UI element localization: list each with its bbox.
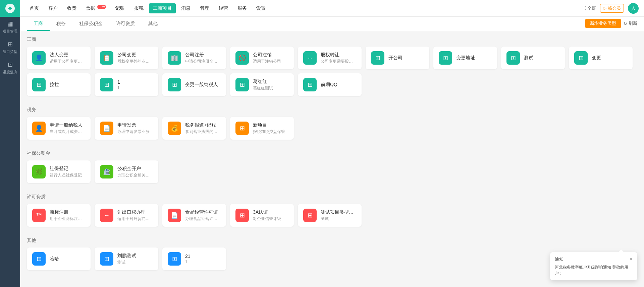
sidebar-logo[interactable]	[0, 0, 20, 17]
card-icon-open-company: ⊞	[371, 51, 384, 65]
nav-service[interactable]: 服务	[233, 3, 251, 13]
card-haha[interactable]: ⊞ 哈哈	[27, 247, 91, 270]
card-company-register[interactable]: 🏢 公司注册 申请公司注册全流程	[162, 47, 226, 69]
card-twenty-one[interactable]: ⊞ 21 1	[162, 247, 226, 270]
card-icon-apply-invoice: 📄	[100, 122, 113, 135]
sidebar-item-label: 项目管理	[3, 29, 17, 34]
card-title-change-address: 变更地址	[456, 55, 492, 61]
card-desc-company-change: 股权变更外的业务变更	[117, 59, 153, 64]
nav-ticket[interactable]: 票据 new	[82, 3, 110, 13]
fullscreen-icon: ⛶	[582, 6, 586, 11]
nav-operation[interactable]: 经营	[215, 3, 232, 13]
card-icon-front-qq: ⊞	[303, 78, 317, 91]
card-front-qq[interactable]: ⊞ 前期QQ	[298, 73, 362, 96]
card-ge-hong[interactable]: ⊞ 葛红红 葛红红测试	[230, 73, 294, 96]
card-icon-change: ⊞	[574, 51, 588, 65]
card-food-license[interactable]: 📄 食品经营许可证 办理食品经营许可证	[162, 204, 226, 227]
card-import-export[interactable]: ↔ 进出口权办理 适用于对外贸易经营者	[95, 204, 158, 227]
social-section-title: 社保公积金	[27, 150, 637, 156]
card-title-company-register: 公司注册	[185, 52, 221, 58]
nav-manage[interactable]: 管理	[196, 3, 213, 13]
card-tax-report[interactable]: 💰 税务报道+记账 拿到营业执照的新公司	[162, 117, 226, 140]
card-lala[interactable]: ⊞ 拉拉	[27, 73, 91, 96]
card-info-social-register: 社保登记 进行人员社保登记	[50, 166, 85, 178]
card-test-type[interactable]: ⊞ 测试项目类型目定义 测试	[298, 204, 362, 227]
card-apply-general[interactable]: 👤 申请一般纳税人 当月或次月成变更完成	[27, 117, 91, 140]
card-trademark[interactable]: ™ 商标注册 用于企业商标注册服务	[27, 204, 91, 227]
play-icon: ▷	[603, 6, 606, 11]
top-nav-right: ⛶ 全屏 ▷ 畅会员 人	[582, 3, 639, 14]
card-3a-cert[interactable]: ⊞ 3A认证 对企业信誉评级	[230, 204, 294, 227]
card-info-new-project: 新项目 报税加税控盘保管	[253, 122, 288, 135]
card-desc-food-license: 办理食品经营许可证	[185, 216, 221, 222]
card-icon-test: ⊞	[506, 51, 520, 65]
nav-industry[interactable]: 工商项目	[149, 3, 176, 13]
nav-customer[interactable]: 客户	[44, 3, 62, 13]
card-title-tax-report: 税务报道+记账	[185, 122, 221, 128]
card-desc-fund-account: 办理公积金相关业务	[117, 172, 153, 178]
tab-license[interactable]: 许可资质	[109, 17, 142, 31]
nav-settings[interactable]: 设置	[252, 3, 270, 13]
card-change[interactable]: ⊞ 变更	[569, 47, 633, 69]
card-desc-ge-hong: 葛红红测试	[253, 85, 288, 91]
card-change-address[interactable]: ⊞ 变更地址	[433, 47, 497, 69]
card-desc-liu-peng-test: 测试	[117, 260, 153, 265]
tax-cards-grid: 👤 申请一般纳税人 当月或次月成变更完成 📄 申请发票 办理申请发票业务 💰 税…	[27, 117, 637, 140]
card-open-company[interactable]: ⊞ 开公司	[366, 47, 429, 69]
sidebar-item-label: 项目类型	[3, 49, 17, 54]
card-change-tax[interactable]: ⊞ 变更一般纳税人	[162, 73, 226, 96]
nav-accounting[interactable]: 记账	[111, 3, 129, 13]
card-liu-peng-test[interactable]: ⊞ 刘鹏测试 测试	[95, 247, 158, 270]
card-social-register[interactable]: 🌿 社保登记 进行人员社保登记	[27, 160, 91, 183]
card-legal-change[interactable]: 👤 法人变更 适用于公司变更法人	[27, 47, 91, 69]
tab-social[interactable]: 社保公积金	[72, 17, 109, 31]
tab-other[interactable]: 其他	[142, 17, 164, 31]
notification-title: 通知	[555, 256, 564, 262]
card-test[interactable]: ⊞ 测试	[501, 47, 565, 69]
member-button[interactable]: ▷ 畅会员	[600, 4, 624, 13]
notification-popup: 通知 × 河北税务数字账户升级影响通知 尊敬的用户：	[550, 252, 637, 280]
card-info-3a-cert: 3A认证 对企业信誉评级	[253, 209, 288, 222]
social-cards-grid: 🌿 社保登记 进行人员社保登记 🏦 公积金开户 办理公积金相关业务	[27, 160, 637, 183]
tab-tax[interactable]: 税务	[50, 17, 72, 31]
card-one[interactable]: ⊞ 1 1	[95, 73, 158, 96]
sidebar-item-project-type[interactable]: ⊞ 项目类型	[0, 37, 20, 58]
card-icon-company-register: 🏢	[168, 51, 181, 65]
tab-bar: 工商 税务 社保公积金 许可资质 其他 新增业务类型 ↻ 刷新	[20, 17, 644, 31]
tab-industry[interactable]: 工商	[27, 17, 50, 31]
nav-message[interactable]: 消息	[177, 3, 195, 13]
avatar[interactable]: 人	[628, 3, 639, 14]
card-company-cancel[interactable]: 🚫 公司注销 适用于注销公司	[230, 47, 294, 69]
card-desc-social-register: 进行人员社保登记	[50, 172, 85, 178]
project-type-icon: ⊞	[8, 41, 13, 48]
card-info-test: 测试	[524, 55, 559, 61]
card-info-trademark: 商标注册 用于企业商标注册服务	[50, 209, 85, 222]
notification-close-button[interactable]: ×	[630, 256, 633, 262]
sidebar-item-project-manage[interactable]: ▦ 项目管理	[0, 17, 20, 37]
card-new-project[interactable]: ⊞ 新项目 报税加税控盘保管	[230, 117, 294, 140]
card-icon-liu-peng-test: ⊞	[100, 252, 113, 266]
fullscreen-button[interactable]: ⛶ 全屏	[582, 5, 596, 11]
nav-billing[interactable]: 收费	[63, 3, 80, 13]
card-fund-account[interactable]: 🏦 公积金开户 办理公积金相关业务	[95, 160, 158, 183]
card-desc-company-register: 申请公司注册全流程	[185, 59, 221, 64]
nav-home[interactable]: 首页	[25, 3, 43, 13]
nav-tax[interactable]: 报税	[130, 3, 148, 13]
card-desc-legal-change: 适用于公司变更法人	[50, 59, 85, 64]
industry-section-title: 工商	[27, 37, 637, 43]
card-equity-transfer[interactable]: ↔ 股权转让 公司变更需要股权转让	[298, 47, 362, 69]
card-icon-import-export: ↔	[100, 209, 113, 222]
card-icon-test-type: ⊞	[303, 209, 317, 222]
card-company-change[interactable]: 📋 公司变更 股权变更外的业务变更	[95, 47, 158, 69]
sidebar-item-progress-monitor[interactable]: ⊡ 进度监测	[0, 58, 20, 78]
card-icon-lala: ⊞	[32, 78, 46, 91]
sidebar: ▦ 项目管理 ⊞ 项目类型 ⊡ 进度监测	[0, 0, 20, 287]
card-apply-invoice[interactable]: 📄 申请发票 办理申请发票业务	[95, 117, 158, 140]
card-info-one: 1 1	[117, 79, 153, 90]
card-icon-legal-change: 👤	[32, 51, 46, 65]
refresh-button[interactable]: ↻ 刷新	[624, 20, 637, 26]
card-title-lala: 拉拉	[50, 82, 85, 88]
other-section-title: 其他	[27, 237, 637, 243]
card-icon-company-cancel: 🚫	[235, 51, 249, 65]
new-business-button[interactable]: 新增业务类型	[585, 19, 621, 28]
